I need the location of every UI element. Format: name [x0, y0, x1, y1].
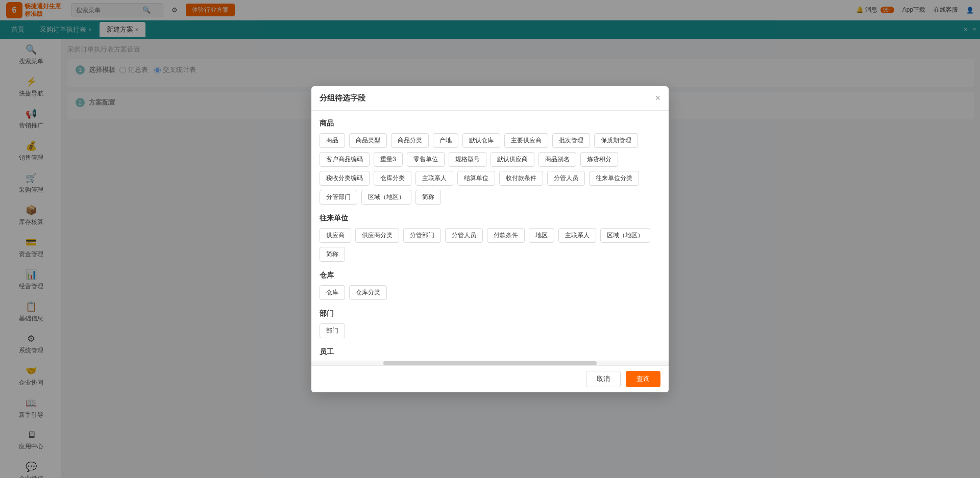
field-item[interactable]: 分管部门 — [403, 228, 441, 243]
modal-overlay: 分组待选字段 × 商品 商品 商品类型 商品分类 产地 默认仓库 主要供应商 批… — [0, 0, 980, 478]
cancel-button[interactable]: 取消 — [586, 371, 621, 387]
field-item[interactable]: 保质期管理 — [594, 133, 638, 148]
field-item[interactable]: 炼货积分 — [580, 152, 618, 167]
field-item[interactable]: 简称 — [415, 190, 441, 205]
category-employee: 员工 业务员 — [320, 347, 660, 361]
field-item[interactable]: 收付款条件 — [499, 171, 543, 186]
confirm-button[interactable]: 查询 — [626, 371, 660, 387]
department-field-items: 部门 — [320, 323, 660, 338]
modal-body: 商品 商品 商品类型 商品分类 产地 默认仓库 主要供应商 批次管理 保质期管理… — [311, 111, 669, 361]
field-item[interactable]: 部门 — [320, 323, 345, 338]
field-item[interactable]: 仓库分类 — [349, 285, 387, 300]
field-item[interactable]: 供应商分类 — [355, 228, 399, 243]
category-goods: 商品 商品 商品类型 商品分类 产地 默认仓库 主要供应商 批次管理 保质期管理… — [320, 119, 660, 205]
field-item[interactable]: 产地 — [433, 133, 458, 148]
modal: 分组待选字段 × 商品 商品 商品类型 商品分类 产地 默认仓库 主要供应商 批… — [311, 86, 669, 392]
category-warehouse: 仓库 仓库 仓库分类 — [320, 271, 660, 300]
goods-field-items: 商品 商品类型 商品分类 产地 默认仓库 主要供应商 批次管理 保质期管理 客户… — [320, 133, 660, 205]
category-warehouse-title: 仓库 — [320, 271, 660, 280]
field-item[interactable]: 规格型号 — [449, 152, 486, 167]
field-item[interactable]: 税收分类编码 — [320, 171, 370, 186]
field-item[interactable]: 零售单位 — [407, 152, 445, 167]
modal-horizontal-scrollbar[interactable] — [311, 361, 669, 365]
field-item[interactable]: 往来单位分类 — [589, 171, 639, 186]
field-item[interactable]: 批次管理 — [552, 133, 590, 148]
field-item[interactable]: 分管部门 — [320, 190, 357, 205]
modal-header: 分组待选字段 × — [311, 86, 669, 111]
field-item[interactable]: 仓库 — [320, 285, 345, 300]
field-item[interactable]: 结算单位 — [457, 171, 495, 186]
field-item[interactable]: 主要供应商 — [504, 133, 548, 148]
field-item[interactable]: 客户商品编码 — [320, 152, 370, 167]
modal-title: 分组待选字段 — [320, 93, 365, 103]
field-item[interactable]: 分管人员 — [547, 171, 585, 186]
field-item[interactable]: 付款条件 — [487, 228, 525, 243]
field-item[interactable]: 商品别名 — [538, 152, 576, 167]
hscroll-thumb[interactable] — [383, 361, 597, 365]
partner-field-items: 供应商 供应商分类 分管部门 分管人员 付款条件 地区 主联系人 区域（地区） … — [320, 228, 660, 262]
field-item[interactable]: 主联系人 — [558, 228, 596, 243]
modal-footer: 取消 查询 — [311, 365, 669, 392]
field-item[interactable]: 分管人员 — [445, 228, 483, 243]
field-item[interactable]: 商品分类 — [391, 133, 429, 148]
field-item[interactable]: 简称 — [320, 247, 345, 262]
modal-close-button[interactable]: × — [655, 93, 660, 103]
field-item[interactable]: 供应商 — [320, 228, 351, 243]
category-partner-title: 往来单位 — [320, 214, 660, 223]
field-item[interactable]: 商品 — [320, 133, 345, 148]
field-item[interactable]: 重量3 — [374, 152, 403, 167]
field-item[interactable]: 区域（地区） — [600, 228, 650, 243]
category-department-title: 部门 — [320, 309, 660, 318]
category-goods-title: 商品 — [320, 119, 660, 128]
field-item[interactable]: 地区 — [529, 228, 554, 243]
field-item[interactable]: 默认供应商 — [491, 152, 534, 167]
field-item[interactable]: 仓库分类 — [374, 171, 411, 186]
category-partner: 往来单位 供应商 供应商分类 分管部门 分管人员 付款条件 地区 主联系人 区域… — [320, 214, 660, 262]
category-department: 部门 部门 — [320, 309, 660, 338]
warehouse-field-items: 仓库 仓库分类 — [320, 285, 660, 300]
field-item[interactable]: 区域（地区） — [361, 190, 411, 205]
field-item[interactable]: 默认仓库 — [462, 133, 500, 148]
field-item[interactable]: 商品类型 — [349, 133, 387, 148]
field-item[interactable]: 主联系人 — [415, 171, 453, 186]
category-employee-title: 员工 — [320, 347, 660, 357]
